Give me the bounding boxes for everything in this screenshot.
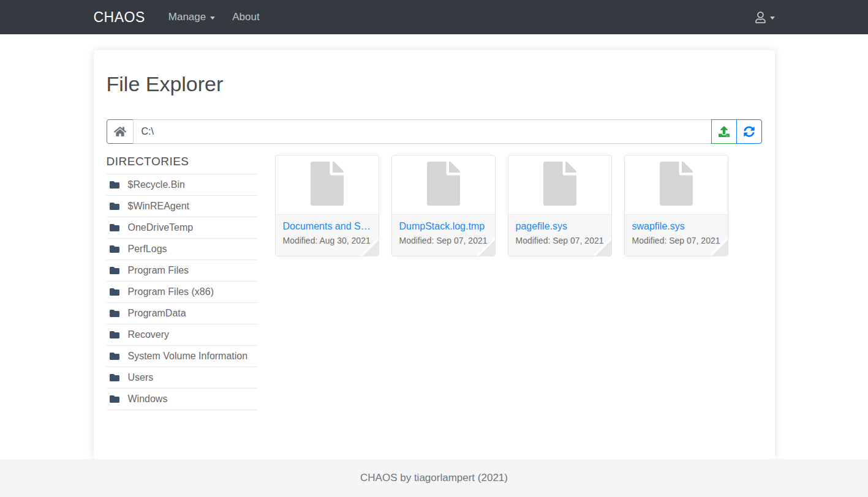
- folder-icon: [109, 308, 120, 318]
- folder-icon: [109, 180, 120, 190]
- directory-item[interactable]: $WinREAgent: [107, 196, 257, 217]
- file-thumbnail: [508, 155, 611, 215]
- folder-icon: [109, 201, 120, 211]
- file-card: pagefile.sys Modified: Sep 07, 2021: [508, 155, 612, 256]
- directory-item[interactable]: Recovery: [107, 324, 257, 346]
- folder-icon: [109, 287, 120, 297]
- file-name-link[interactable]: swapfile.sys: [632, 221, 720, 232]
- page-title: File Explorer: [107, 72, 762, 96]
- nav-item-about[interactable]: About: [232, 11, 259, 23]
- file-card: Documents and S… Modified: Aug 30, 2021: [275, 155, 379, 256]
- chevron-down-icon: [770, 17, 775, 20]
- file-card: swapfile.sys Modified: Sep 07, 2021: [624, 155, 728, 256]
- directory-label: ProgramData: [128, 308, 186, 319]
- top-navbar: CHAOS Manage About: [0, 0, 868, 34]
- file-icon: [311, 162, 344, 208]
- user-menu-toggle[interactable]: [755, 12, 775, 23]
- file-card: DumpStack.log.tmp Modified: Sep 07, 2021: [391, 155, 496, 256]
- page-footer: CHAOS by tiagorlampert (2021): [0, 459, 868, 497]
- directory-label: Windows: [128, 394, 168, 405]
- directory-label: PerfLogs: [128, 244, 167, 255]
- file-thumbnail: [625, 155, 728, 215]
- directory-label: Users: [128, 372, 154, 383]
- directory-item[interactable]: PerfLogs: [107, 239, 257, 260]
- file-explorer-card: File Explorer D: [94, 50, 775, 459]
- directory-label: System Volume Information: [128, 351, 248, 362]
- nav-item-manage[interactable]: Manage: [168, 11, 215, 23]
- folder-icon: [109, 373, 120, 383]
- directory-item[interactable]: OneDriveTemp: [107, 217, 257, 239]
- refresh-button[interactable]: [736, 119, 762, 144]
- file-icon: [543, 162, 576, 208]
- corner-fold: [363, 240, 379, 256]
- directories-sidebar: DIRECTORIES $Recycle.Bin: [107, 155, 271, 410]
- corner-fold: [595, 240, 611, 256]
- corner-fold: [479, 240, 495, 256]
- corner-fold: [712, 240, 728, 256]
- directory-label: Recovery: [128, 329, 170, 340]
- folder-icon: [109, 394, 120, 404]
- upload-button[interactable]: [711, 119, 737, 144]
- sync-icon: [744, 126, 755, 137]
- file-thumbnail: [276, 155, 379, 215]
- upload-icon: [719, 126, 730, 137]
- directory-item[interactable]: Program Files: [107, 260, 257, 282]
- file-thumbnail: [392, 155, 495, 215]
- file-modified-text: Modified: Sep 07, 2021: [516, 236, 604, 245]
- home-icon: [114, 126, 126, 137]
- directory-label: $WinREAgent: [128, 201, 190, 212]
- directory-label: Program Files (x86): [128, 286, 214, 297]
- files-grid: Documents and S… Modified: Aug 30, 2021: [271, 155, 762, 410]
- brand-link[interactable]: CHAOS: [94, 9, 145, 26]
- directory-item[interactable]: ProgramData: [107, 303, 257, 324]
- nav-item-manage-label: Manage: [168, 11, 206, 23]
- file-modified-text: Modified: Sep 07, 2021: [399, 236, 488, 245]
- folder-icon: [109, 244, 120, 254]
- directories-heading: DIRECTORIES: [107, 155, 257, 168]
- folder-icon: [109, 351, 120, 361]
- main-content: File Explorer D: [0, 34, 868, 459]
- user-icon: [755, 12, 766, 23]
- folder-icon: [109, 223, 120, 233]
- folder-icon: [109, 266, 120, 275]
- file-modified-text: Modified: Sep 07, 2021: [632, 236, 720, 245]
- home-button[interactable]: [107, 119, 134, 144]
- footer-text: CHAOS by tiagorlampert (2021): [360, 472, 508, 484]
- file-name-link[interactable]: Documents and S…: [283, 221, 371, 232]
- folder-icon: [109, 330, 120, 340]
- file-name-link[interactable]: DumpStack.log.tmp: [399, 221, 488, 232]
- file-modified-text: Modified: Aug 30, 2021: [283, 236, 371, 245]
- directory-item[interactable]: $Recycle.Bin: [107, 174, 257, 196]
- path-input[interactable]: [133, 119, 712, 144]
- directory-label: $Recycle.Bin: [128, 179, 185, 190]
- file-icon: [427, 162, 460, 208]
- nav-item-about-label: About: [232, 11, 259, 23]
- directory-item[interactable]: Program Files (x86): [107, 282, 257, 303]
- directory-label: OneDriveTemp: [128, 222, 194, 233]
- directory-item[interactable]: Windows: [107, 389, 257, 410]
- directory-item[interactable]: Users: [107, 367, 257, 389]
- directories-list: $Recycle.Bin $WinREAgent: [107, 174, 257, 410]
- file-icon: [660, 162, 693, 208]
- directory-item[interactable]: System Volume Information: [107, 346, 257, 367]
- file-name-link[interactable]: pagefile.sys: [516, 221, 604, 232]
- path-bar: [107, 119, 762, 144]
- chevron-down-icon: [210, 17, 215, 20]
- directory-label: Program Files: [128, 265, 189, 276]
